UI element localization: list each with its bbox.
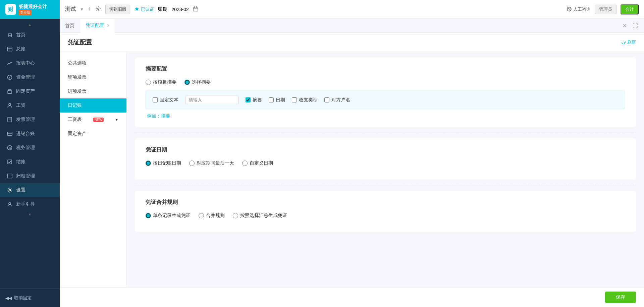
- radio-period-last-input[interactable]: [189, 161, 195, 166]
- left-nav-purchase-invoice-label: 进项发票: [68, 88, 87, 94]
- left-nav-payroll-table[interactable]: 工资表 NEW ▼: [60, 113, 126, 127]
- page-title: 凭证配置: [68, 38, 92, 46]
- radio-template-summary-input[interactable]: [146, 80, 151, 85]
- page-header: 凭证配置 刷新: [60, 33, 644, 52]
- radio-journal-date[interactable]: 按日记账日期: [146, 160, 181, 166]
- checkbox-counterpart[interactable]: 对方户名: [324, 97, 350, 103]
- calendar-icon[interactable]: [193, 6, 198, 12]
- project-dropdown-icon[interactable]: ▼: [80, 7, 84, 12]
- svg-point-19: [98, 8, 99, 9]
- fixed-text-input[interactable]: [185, 96, 239, 104]
- radio-custom-date-input[interactable]: [242, 161, 248, 166]
- radio-single-record[interactable]: 单条记录生成凭证: [146, 213, 191, 219]
- sidebar-label-sales-ledger: 进销台账: [16, 131, 35, 137]
- cancel-fixed-btn[interactable]: ◀◀ 取消固定: [0, 292, 60, 304]
- content-area: 公共选项 销项发票 进项发票 日记账 工资表 NEW ▼: [60, 52, 644, 287]
- accountant-btn[interactable]: 会计: [621, 4, 639, 14]
- sidebar-item-settings[interactable]: 设置: [0, 183, 60, 197]
- sidebar-item-payroll[interactable]: 工资: [0, 98, 60, 113]
- sidebar-item-ledger[interactable]: 总账: [0, 42, 60, 56]
- sidebar-item-invoice[interactable]: 发票管理: [0, 113, 60, 127]
- svg-text:税: 税: [9, 147, 11, 150]
- sidebar-item-reports[interactable]: 报表中心: [0, 56, 60, 70]
- radio-single-record-input[interactable]: [146, 213, 151, 218]
- scroll-down-arrow[interactable]: ▼: [0, 211, 60, 218]
- checkbox-fixed-text[interactable]: 固定文本: [153, 97, 178, 103]
- service-label: 人工咨询: [573, 6, 591, 12]
- sidebar-item-fixed-assets[interactable]: 固定资产: [0, 84, 60, 98]
- sidebar-label-guide: 新手引导: [16, 201, 35, 207]
- left-nav-public[interactable]: 公共选项: [60, 56, 126, 70]
- radio-merge-rules[interactable]: 合并规则: [199, 213, 225, 219]
- manager-btn[interactable]: 管理员: [595, 5, 616, 14]
- checkbox-summary-input[interactable]: [246, 97, 251, 102]
- save-btn[interactable]: 保存: [605, 292, 636, 303]
- tab-close-btn[interactable]: ×: [107, 23, 109, 28]
- certified-badge: 已认证: [134, 6, 154, 12]
- checkbox-payment-type[interactable]: 收支类型: [292, 97, 318, 103]
- guide-icon: [7, 201, 13, 207]
- left-nav-sales-invoice[interactable]: 销项发票: [60, 70, 126, 84]
- left-nav-fixed-assets-config-label: 固定资产: [68, 131, 87, 137]
- sidebar-item-home[interactable]: ⊞ 首页: [0, 28, 60, 42]
- svg-point-6: [9, 103, 11, 105]
- radio-template-summary[interactable]: 按模板摘要: [146, 79, 176, 85]
- close-period-icon: [7, 159, 13, 165]
- merge-section-title: 凭证合并规则: [146, 199, 625, 206]
- radio-select-summary[interactable]: 选择摘要: [184, 79, 211, 85]
- add-project-btn[interactable]: +: [88, 6, 92, 13]
- sidebar: 财 畅捷通好会计 专业版 ▲ ⊞ 首页 总账 报表中心: [0, 0, 60, 307]
- sidebar-item-funds[interactable]: ¥ 资金管理: [0, 70, 60, 84]
- radio-custom-date[interactable]: 自定义日期: [242, 160, 273, 166]
- svg-point-24: [569, 11, 570, 11]
- expand-btn[interactable]: ⛶: [631, 21, 640, 31]
- tab-voucher-config[interactable]: 凭证配置 ×: [80, 19, 115, 33]
- checkbox-counterpart-input[interactable]: [324, 97, 329, 102]
- main-content: 测试 ▼ + 切到旧版 已认证 账期 2023-02 人工咨询 管理员 会计: [60, 0, 644, 307]
- sidebar-label-fixed-assets: 固定资产: [16, 88, 35, 94]
- left-nav-journal[interactable]: 日记账: [60, 98, 126, 113]
- checkbox-fixed-text-label: 固定文本: [160, 97, 178, 103]
- checkbox-fixed-text-input[interactable]: [153, 97, 158, 102]
- sales-ledger-icon: [7, 131, 13, 137]
- left-nav-payroll-table-label: 工资表: [68, 117, 82, 123]
- sidebar-item-guide[interactable]: 新手引导: [0, 197, 60, 211]
- project-settings-icon[interactable]: [95, 6, 101, 13]
- radio-journal-date-input[interactable]: [146, 161, 151, 166]
- left-nav-purchase-invoice[interactable]: 进项发票: [60, 84, 126, 98]
- sidebar-item-archive[interactable]: 归档管理: [0, 169, 60, 183]
- svg-rect-16: [7, 174, 12, 175]
- ledger-icon: [7, 46, 13, 52]
- radio-journal-date-label: 按日记账日期: [153, 160, 181, 166]
- sidebar-logo: 财 畅捷通好会计 专业版: [0, 0, 60, 19]
- checkbox-date[interactable]: 日期: [269, 97, 285, 103]
- sidebar-item-tax[interactable]: 税 税务管理: [0, 141, 60, 155]
- left-nav-journal-label: 日记账: [68, 102, 82, 108]
- radio-select-summary-input[interactable]: [184, 80, 190, 85]
- refresh-btn[interactable]: 刷新: [621, 39, 636, 45]
- checkbox-payment-type-input[interactable]: [292, 97, 297, 102]
- radio-merge-rules-input[interactable]: [199, 213, 204, 218]
- checkbox-payment-type-label: 收支类型: [299, 97, 318, 103]
- svg-rect-0: [7, 47, 12, 51]
- sidebar-item-sales-ledger[interactable]: 进销台账: [0, 127, 60, 141]
- sidebar-label-tax: 税务管理: [16, 145, 35, 151]
- radio-period-last[interactable]: 对应期间最后一天: [189, 160, 234, 166]
- fixed-assets-icon: [7, 88, 13, 94]
- radio-template-summary-label: 按模板摘要: [153, 79, 176, 85]
- close-tab-btn[interactable]: ✕: [620, 21, 629, 31]
- radio-select-merge-input[interactable]: [233, 213, 238, 218]
- checkbox-summary[interactable]: 摘要: [246, 97, 262, 103]
- example-value: 摘要: [161, 113, 170, 119]
- service-btn[interactable]: 人工咨询: [567, 6, 591, 12]
- left-nav-fixed-assets-config[interactable]: 固定资产: [60, 127, 126, 141]
- old-version-btn[interactable]: 切到旧版: [105, 5, 130, 14]
- sidebar-item-close[interactable]: 结账: [0, 155, 60, 169]
- merge-config-section: 凭证合并规则 单条记录生成凭证 合并规则: [135, 191, 636, 232]
- radio-select-merge[interactable]: 按照选择汇总生成凭证: [233, 213, 287, 219]
- scroll-up-arrow[interactable]: ▲: [0, 21, 60, 28]
- home-icon: ⊞: [7, 32, 13, 38]
- tab-home[interactable]: 首页: [60, 19, 80, 33]
- checkbox-date-input[interactable]: [269, 97, 274, 102]
- example-prefix: 例如：: [147, 113, 161, 119]
